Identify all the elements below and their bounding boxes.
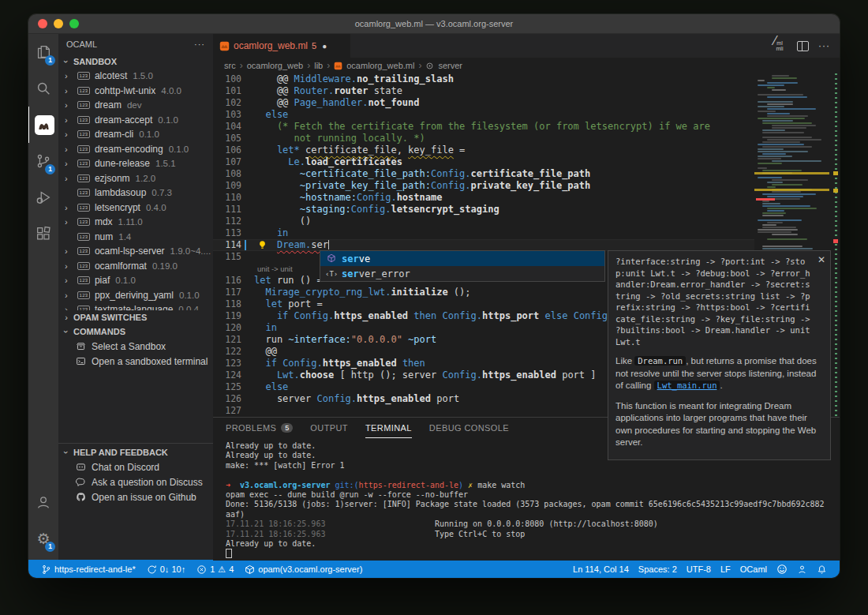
package-version-icon: 123 (77, 145, 90, 153)
zoom-window-button[interactable] (69, 19, 79, 28)
suggest-item-serve[interactable]: serve (320, 251, 604, 266)
help-chat-discord[interactable]: Chat on Discord (58, 459, 213, 474)
activity-search[interactable] (28, 70, 58, 107)
code-line[interactable]: 106 let* certificate_file, key_file = (213, 144, 754, 156)
status-encoding[interactable]: UTF-8 (682, 564, 716, 574)
more-actions-icon[interactable]: ··· (818, 40, 830, 51)
comment-icon (76, 477, 86, 487)
section-sandbox-header[interactable]: › SANDBOX (58, 54, 213, 69)
breadcrumb-symbol-server[interactable]: server (438, 61, 462, 70)
minimize-window-button[interactable] (54, 19, 63, 28)
terminal-line: Done: 5136/5138 (jobs: 1)server: [INFO] … (226, 500, 840, 509)
code-line[interactable]: 110 ~hostname:Config.hostname (213, 192, 754, 204)
code-lens-label[interactable]: unit -> unit (257, 263, 293, 275)
tab-ocamlorg-web[interactable]: ocamlorg_web.ml 5 ● (213, 34, 350, 58)
tab-debug-console[interactable]: DEBUG CONSOLE (429, 418, 509, 438)
suggest-item-server_error[interactable]: ‹T›server_error (320, 266, 604, 281)
sandbox-tree-item[interactable]: ›123ppx_deriving_yaml0.1.0 (58, 288, 213, 303)
close-window-button[interactable] (38, 19, 47, 28)
tab-terminal[interactable]: TERMINAL (365, 418, 412, 438)
package-version-icon: 123 (77, 189, 90, 197)
line-number: 124 (213, 369, 241, 381)
code-line[interactable]: 113 in (213, 227, 754, 239)
code-line[interactable]: 108 ~certificate_file_path:Config.certif… (213, 168, 754, 180)
line-number: 112 (213, 216, 241, 227)
code-line[interactable]: 101 @@ Router.router state (213, 85, 754, 97)
activity-ocaml[interactable] (28, 107, 59, 143)
code-text: Lwt.choose [ http (); server Config.http… (254, 369, 597, 381)
sandbox-tree-item[interactable]: ›123dream-cli0.1.0 (58, 127, 213, 142)
help-ask-discuss[interactable]: Ask a question on Discuss (58, 474, 213, 489)
sandbox-tree-item[interactable]: ›123mdx1.11.0 (58, 215, 213, 230)
status-person[interactable] (792, 564, 812, 575)
code-line[interactable]: 104 (* Fetch the certificate from the fi… (213, 121, 754, 133)
terminal-cursor (226, 549, 232, 558)
section-opam-switches-header[interactable]: › OPAM SWITCHES (58, 310, 213, 324)
package-name: dream-encoding (95, 144, 163, 155)
code-line[interactable]: 103 else (213, 109, 754, 121)
activity-run-debug[interactable] (28, 179, 58, 216)
code-line[interactable]: 107 Le.load_certificates (213, 156, 754, 168)
sandbox-tree-item[interactable]: 123num1.4 (58, 230, 213, 245)
status-notifications[interactable] (812, 564, 832, 575)
package-version: dev (127, 100, 142, 110)
breadcrumb-lib[interactable]: lib (314, 61, 323, 70)
line-number: 100 (213, 73, 241, 85)
help-github-issue[interactable]: Open an issue on Github (58, 489, 213, 504)
tab-modified-dot[interactable]: ● (322, 42, 327, 51)
sandbox-tree-item[interactable]: ›123ezjsonm1.2.0 (58, 171, 213, 186)
activity-bar: 1 1 ⚙ (28, 34, 58, 560)
code-line[interactable]: 114 Dream.ser (213, 239, 754, 251)
status-eol[interactable]: LF (716, 564, 735, 574)
tab-problems[interactable]: PROBLEMS 5 (226, 418, 293, 438)
close-icon[interactable]: ✕ (817, 254, 825, 265)
status-indentation[interactable]: Spaces: 2 (634, 564, 682, 574)
ml-mli-switch-icon[interactable]: mlmli⁄ (772, 40, 788, 51)
code-line[interactable]: 109 ~private_key_file_path:Config.privat… (213, 180, 754, 192)
sandbox-tree-item[interactable]: ›123dream-accept0.1.0 (58, 113, 213, 128)
sandbox-tree-item[interactable]: ›123textmate-language0.0.4 (58, 302, 213, 310)
package-version-icon: 123 (77, 233, 90, 241)
sandbox-tree-item[interactable]: ›123ocamlformat0.19.0 (58, 259, 213, 274)
sandbox-tree-item[interactable]: ›123piaf0.1.0 (58, 273, 213, 288)
activity-settings[interactable]: ⚙ 1 (28, 520, 58, 557)
sandbox-tree-item[interactable]: ›123dreamdev (58, 98, 213, 113)
split-editor-icon[interactable] (797, 41, 809, 51)
breadcrumb-ocamlorg-web[interactable]: ocamlorg_web (247, 61, 304, 70)
code-line[interactable]: 105 not running locally. *) (213, 133, 754, 144)
ocaml-camel-icon (35, 115, 54, 135)
code-line[interactable]: 100 @@ Middleware.no_trailing_slash (213, 73, 754, 85)
sandbox-tree-item[interactable]: 123lambdasoup0.7.3 (58, 186, 213, 201)
sandbox-tree-item[interactable]: ›123dune-release1.5.1 (58, 156, 213, 171)
sandbox-tree-item[interactable]: ›123ocaml-lsp-server1.9.0~4.... (58, 244, 213, 259)
sandbox-tree-item[interactable]: ›123dream-encoding0.1.0 (58, 142, 213, 157)
activity-extensions[interactable] (28, 216, 58, 252)
status-language[interactable]: OCaml (735, 564, 772, 574)
status-branch[interactable]: https-redirect-and-le* (36, 560, 140, 578)
sandbox-tree-item[interactable]: ›123alcotest1.5.0 (58, 69, 213, 84)
sandbox-tree-item[interactable]: ›123letsencrypt0.4.0 (58, 201, 213, 216)
breadcrumb-file[interactable]: ocamlorg_web.ml (346, 61, 414, 70)
activity-accounts[interactable] (28, 484, 58, 520)
sidebar-more-actions[interactable]: ··· (194, 39, 205, 49)
section-help-header[interactable]: › HELP AND FEEDBACK (58, 445, 213, 459)
breadcrumb-src[interactable]: src (224, 61, 236, 70)
status-opam-env[interactable]: opam(v3.ocaml.org-server) (240, 560, 367, 578)
status-feedback[interactable] (772, 564, 792, 575)
code-line[interactable]: 111 ~staging:Config.letsencrypt_staging (213, 204, 754, 216)
activity-source-control[interactable]: 1 (28, 143, 58, 179)
command-open-sandboxed-terminal[interactable]: Open a sandboxed terminal (58, 354, 213, 369)
status-line-col[interactable]: Ln 114, Col 14 (568, 564, 634, 574)
code-line[interactable]: 112 () (213, 216, 754, 227)
command-select-sandbox[interactable]: Select a Sandbox (58, 339, 213, 354)
sandbox-tree-item[interactable]: ›123cohttp-lwt-unix4.0.0 (58, 84, 213, 99)
package-version-icon: 123 (77, 247, 90, 255)
section-commands-header[interactable]: › COMMANDS (58, 324, 213, 339)
activity-explorer[interactable]: 1 (28, 34, 58, 70)
chevron-right-icon: › (65, 246, 74, 256)
code-line[interactable]: 102 @@ Page_handler.not_found (213, 97, 754, 109)
tab-output[interactable]: OUTPUT (310, 418, 348, 438)
inline-code-link[interactable]: Lwt_main.run (654, 381, 720, 390)
status-problems[interactable]: 1 ⚠ 4 (192, 560, 238, 578)
status-sync[interactable]: 0↓ 10↑ (142, 560, 190, 578)
